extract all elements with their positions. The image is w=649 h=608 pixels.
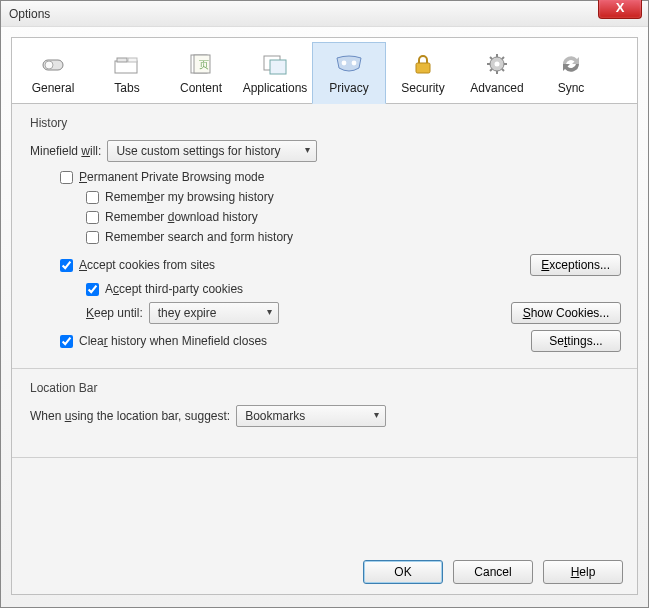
- settings-button[interactable]: Settings...: [531, 330, 621, 352]
- options-window: Options X General Tabs 页 Content: [0, 0, 649, 608]
- exceptions-button[interactable]: Exceptions...: [530, 254, 621, 276]
- svg-rect-2: [115, 61, 137, 73]
- svg-point-11: [352, 61, 357, 66]
- remember-download-checkbox[interactable]: [86, 211, 99, 224]
- history-section: History Minefield will: Use custom setti…: [12, 104, 637, 362]
- switch-icon: [17, 49, 89, 79]
- tab-security[interactable]: Security: [386, 42, 460, 103]
- apps-icon: [239, 49, 311, 79]
- svg-point-10: [342, 61, 347, 66]
- tab-applications[interactable]: Applications: [238, 42, 312, 103]
- svg-line-20: [502, 69, 504, 71]
- svg-text:页: 页: [199, 59, 209, 70]
- separator: [12, 368, 637, 369]
- remember-browsing-label[interactable]: Remember my browsing history: [105, 190, 274, 204]
- window-title: Options: [9, 7, 50, 21]
- titlebar: Options X: [1, 1, 648, 27]
- will-dropdown[interactable]: Use custom settings for history: [107, 140, 317, 162]
- will-label: Minefield will:: [30, 144, 101, 158]
- remember-forms-checkbox[interactable]: [86, 231, 99, 244]
- svg-rect-12: [416, 63, 430, 73]
- tab-label: Applications: [239, 81, 311, 95]
- svg-line-22: [490, 69, 492, 71]
- page-icon: 页: [165, 49, 237, 79]
- svg-line-19: [490, 57, 492, 59]
- location-section: Location Bar When using the location bar…: [12, 379, 637, 439]
- accept-third-label[interactable]: Accept third-party cookies: [105, 282, 243, 296]
- dialog-buttons: OK Cancel Help: [363, 560, 623, 584]
- tab-content[interactable]: 页 Content: [164, 42, 238, 103]
- remember-forms-label[interactable]: Remember search and form history: [105, 230, 293, 244]
- remember-download-label[interactable]: Remember download history: [105, 210, 258, 224]
- clear-on-close-label[interactable]: Clear history when Minefield closes: [79, 334, 267, 348]
- mask-icon: [313, 49, 385, 79]
- sync-icon: [535, 49, 607, 79]
- perm-private-label[interactable]: Permanent Private Browsing mode: [79, 170, 264, 184]
- lock-icon: [387, 49, 459, 79]
- tab-label: Sync: [535, 81, 607, 95]
- suggest-dropdown[interactable]: Bookmarks: [236, 405, 386, 427]
- show-cookies-button[interactable]: Show Cookies...: [511, 302, 621, 324]
- accept-third-checkbox[interactable]: [86, 283, 99, 296]
- remember-browsing-checkbox[interactable]: [86, 191, 99, 204]
- svg-point-14: [495, 62, 500, 67]
- svg-rect-3: [117, 58, 127, 62]
- tab-label: Advanced: [461, 81, 533, 95]
- accept-cookies-label[interactable]: Accept cookies from sites: [79, 258, 215, 272]
- history-title: History: [30, 116, 621, 130]
- svg-rect-4: [128, 58, 137, 62]
- tab-label: Tabs: [91, 81, 163, 95]
- separator-bottom: [12, 457, 637, 458]
- perm-private-checkbox[interactable]: [60, 171, 73, 184]
- tab-label: Security: [387, 81, 459, 95]
- location-title: Location Bar: [30, 381, 621, 395]
- svg-rect-9: [270, 60, 286, 74]
- tab-tabs[interactable]: Tabs: [90, 42, 164, 103]
- tab-general[interactable]: General: [16, 42, 90, 103]
- tab-label: Content: [165, 81, 237, 95]
- tabs-icon: [91, 49, 163, 79]
- keep-until-label: Keep until:: [86, 306, 143, 320]
- ok-button[interactable]: OK: [363, 560, 443, 584]
- category-tabs: General Tabs 页 Content Applications: [12, 38, 637, 104]
- tab-label: Privacy: [313, 81, 385, 95]
- tab-privacy[interactable]: Privacy: [312, 42, 386, 104]
- gear-icon: [461, 49, 533, 79]
- tab-sync[interactable]: Sync: [534, 42, 608, 103]
- svg-point-1: [45, 61, 53, 69]
- content-panel: General Tabs 页 Content Applications: [11, 37, 638, 595]
- close-button[interactable]: X: [598, 0, 642, 19]
- help-button[interactable]: Help: [543, 560, 623, 584]
- svg-line-21: [502, 57, 504, 59]
- tab-advanced[interactable]: Advanced: [460, 42, 534, 103]
- tab-label: General: [17, 81, 89, 95]
- accept-cookies-checkbox[interactable]: [60, 259, 73, 272]
- suggest-label: When using the location bar, suggest:: [30, 409, 230, 423]
- cancel-button[interactable]: Cancel: [453, 560, 533, 584]
- clear-on-close-checkbox[interactable]: [60, 335, 73, 348]
- keep-until-dropdown[interactable]: they expire: [149, 302, 279, 324]
